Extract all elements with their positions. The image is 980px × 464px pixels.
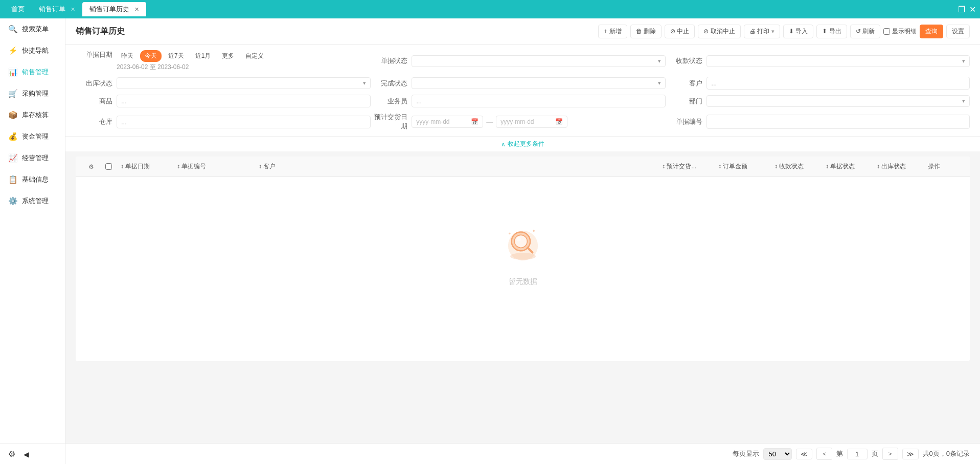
quick-nav-icon: ⚡ (8, 46, 18, 55)
th-pay-status-label: ↕ 收款状态 (774, 162, 804, 171)
date-range-separator: — (486, 118, 493, 126)
query-button[interactable]: 查询 (920, 25, 943, 38)
order-num-input[interactable] (706, 115, 970, 129)
tab-home-label: 首页 (11, 5, 25, 14)
tab-sales-order-close[interactable]: ✕ (71, 6, 75, 13)
th-order-status[interactable]: ↕ 单据状态 (822, 162, 873, 171)
complete-status-label: 完成状态 (371, 79, 412, 88)
sidebar-item-quick-nav-label: 快捷导航 (22, 46, 49, 55)
date-range-text: 2023-06-02 至 2023-06-02 (117, 63, 268, 72)
refresh-button[interactable]: ↺ 刷新 (850, 25, 880, 38)
th-amount[interactable]: ↕ 订单金额 (714, 162, 770, 171)
th-delivery[interactable]: ↕ 预计交货... (658, 162, 714, 171)
display-cols-input[interactable] (883, 28, 890, 35)
th-date-label: ↕ 单据日期 (121, 162, 150, 171)
last-page-button[interactable]: ≫ (902, 449, 919, 459)
date-btn-7days[interactable]: 近7天 (164, 50, 189, 62)
display-cols-checkbox[interactable]: 显示明细 (883, 27, 917, 36)
th-pay-status[interactable]: ↕ 收款状态 (770, 162, 822, 171)
next-page-icon: ＞ (887, 450, 894, 457)
collapse-icon: ∧ (501, 141, 506, 148)
empty-area: ✦ ✦ 暂无数据 (76, 177, 970, 327)
select-all-checkbox[interactable] (105, 163, 112, 170)
out-status-chevron: ▾ (363, 80, 366, 86)
complete-status-select[interactable]: ▾ (412, 77, 666, 89)
calendar-start-icon: 📅 (471, 118, 478, 125)
search-menu-icon: 🔍 (8, 25, 18, 34)
order-status-select[interactable]: ▾ (412, 55, 666, 67)
sidebar-item-basic-label: 基础信息 (22, 175, 49, 184)
import-button[interactable]: ⬇ 导入 (783, 25, 813, 38)
sys-mgmt-icon: ⚙️ (8, 196, 18, 206)
sidebar-item-inventory[interactable]: 📦 库存核算 (0, 104, 65, 126)
th-out-status[interactable]: ↕ 出库状态 (873, 162, 924, 171)
warehouse-label: 仓库 (76, 117, 117, 126)
date-btn-more[interactable]: 更多 (217, 50, 239, 62)
cancel-suspend-button[interactable]: ⊘ 取消中止 (698, 25, 740, 38)
page-title: 销售订单历史 (76, 26, 125, 37)
toolbar: + 新增 🗑 删除 ⊘ 中止 ⊘ 取消中止 🖨 打印 ▾ ⬇ 导入 ⬆ 导出 ↺… (598, 25, 970, 38)
goods-label: 商品 (76, 97, 117, 106)
delivery-date-start-text: yyyy-mm-dd (416, 118, 449, 125)
sidebar-item-search-menu[interactable]: 🔍 搜索菜单 (0, 18, 65, 40)
sidebar-item-capital[interactable]: 💰 资金管理 (0, 126, 65, 147)
page-number-input[interactable] (847, 449, 868, 459)
suspend-button[interactable]: ⊘ 中止 (665, 25, 695, 38)
out-status-select[interactable]: ▾ (117, 77, 371, 89)
delivery-date-label: 预计交货日期 (371, 113, 412, 131)
date-btn-yesterday[interactable]: 昨天 (117, 50, 138, 62)
table-container: ⚙ ↕ 单据日期 ↕ 单据编号 ↕ 客户 ↕ 预计交货... (76, 157, 970, 361)
delete-button[interactable]: 🗑 删除 (630, 25, 662, 38)
delivery-date-end-text: yyyy-mm-dd (500, 118, 534, 125)
next-page-button[interactable]: ＞ (882, 448, 898, 460)
tab-home[interactable]: 首页 (4, 2, 32, 16)
th-customer-label: ↕ 客户 (259, 162, 276, 171)
prev-page-button[interactable]: ＜ (816, 448, 832, 460)
sales-mgmt-icon: 📊 (8, 68, 18, 77)
dept-chevron: ▾ (962, 98, 965, 104)
window-restore-icon[interactable]: ❐ (958, 5, 965, 14)
delivery-date-end[interactable]: yyyy-mm-dd 📅 (496, 116, 567, 128)
date-btn-custom[interactable]: 自定义 (241, 50, 268, 62)
settings-button[interactable]: 设置 (946, 25, 970, 38)
export-button[interactable]: ⬆ 导出 (816, 25, 847, 38)
collapse-row[interactable]: ∧ 收起更多条件 (65, 136, 980, 151)
print-button[interactable]: 🖨 打印 ▾ (744, 25, 780, 38)
th-date[interactable]: ↕ 单据日期 (117, 162, 173, 171)
sidebar-item-quick-nav[interactable]: ⚡ 快捷导航 (0, 40, 65, 61)
date-btn-today[interactable]: 今天 (140, 50, 162, 62)
tab-sales-order-history[interactable]: 销售订单历史 ✕ (82, 2, 146, 16)
sidebar-item-sys-mgmt[interactable]: ⚙️ 系统管理 (0, 190, 65, 212)
salesman-input[interactable]: ... (412, 95, 666, 107)
sidebar-bottom: ⚙ ◀ (0, 444, 65, 464)
total-text: 共0页，0条记录 (923, 449, 970, 458)
sidebar-settings-icon[interactable]: ⚙ (8, 449, 15, 459)
calendar-end-icon: 📅 (555, 118, 563, 125)
warehouse-input[interactable]: ... (117, 116, 371, 128)
th-customer[interactable]: ↕ 客户 (255, 162, 658, 171)
delivery-date-start[interactable]: yyyy-mm-dd 📅 (412, 116, 483, 128)
goods-input[interactable]: ... (117, 95, 371, 107)
sidebar-collapse-icon[interactable]: ◀ (24, 450, 29, 458)
sidebar: 🔍 搜索菜单 ⚡ 快捷导航 📊 销售管理 🛒 采购管理 📦 库存核算 💰 资金管… (0, 18, 65, 464)
page-size-select[interactable]: 10 20 50 100 (763, 448, 792, 460)
tab-sales-order-history-close[interactable]: ✕ (134, 6, 139, 13)
pay-status-select[interactable]: ▾ (706, 55, 970, 67)
customer-input[interactable]: ... (706, 77, 970, 90)
th-amount-label: ↕ 订单金额 (718, 162, 747, 171)
svg-point-1 (510, 253, 536, 259)
window-close-icon[interactable]: ✕ (969, 5, 976, 14)
sidebar-item-basic-info[interactable]: 📋 基础信息 (0, 169, 65, 190)
date-btn-1month[interactable]: 近1月 (191, 50, 216, 62)
sidebar-item-operations[interactable]: 📈 经营管理 (0, 147, 65, 169)
th-checkbox[interactable] (101, 163, 117, 170)
dept-select[interactable]: ▾ (706, 95, 970, 107)
tab-sales-order[interactable]: 销售订单 ✕ (32, 2, 82, 16)
th-settings[interactable]: ⚙ (81, 163, 101, 170)
pay-status-label: 收款状态 (666, 56, 706, 65)
th-num[interactable]: ↕ 单据编号 (173, 162, 255, 171)
sidebar-item-sales-mgmt[interactable]: 📊 销售管理 (0, 61, 65, 83)
first-page-button[interactable]: ≪ (796, 449, 812, 459)
new-button[interactable]: + 新增 (598, 25, 627, 38)
sidebar-item-purchase-mgmt[interactable]: 🛒 采购管理 (0, 83, 65, 104)
